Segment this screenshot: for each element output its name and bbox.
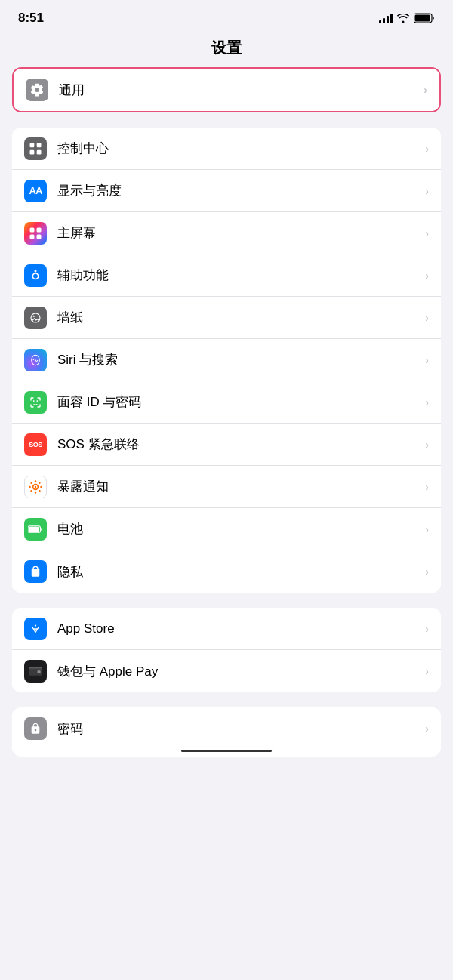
control-center-icon [24,137,47,160]
settings-row-wallpaper[interactable]: 墙纸 › [12,297,441,339]
settings-row-privacy[interactable]: 隐私 › [12,550,441,593]
settings-row-siri[interactable]: Siri 与搜索 › [12,339,441,381]
display-icon: AA [24,180,47,202]
svg-point-25 [39,490,41,492]
home-screen-icon [24,222,47,245]
siri-label: Siri 与搜索 [57,351,422,368]
appstore-label: App Store [57,621,422,636]
settings-group-main: 控制中心 › AA 显示与亮度 › 主屏幕 › 辅助功能 [12,128,441,593]
svg-rect-7 [37,227,42,232]
svg-point-20 [35,480,37,482]
svg-rect-3 [37,143,42,147]
svg-point-12 [33,315,35,316]
svg-rect-6 [30,227,35,232]
settings-row-home-screen[interactable]: 主屏幕 › [12,212,441,254]
siri-icon [24,349,47,371]
password-icon [24,717,47,740]
wallpaper-icon [24,307,47,329]
svg-point-19 [40,485,42,488]
svg-point-17 [35,485,37,488]
svg-rect-30 [29,667,42,669]
exposure-label: 暴露通知 [57,478,422,495]
exposure-icon [24,476,47,498]
settings-row-accessibility[interactable]: 辅助功能 › [12,254,441,297]
faceid-icon [24,391,47,414]
battery-icon [414,13,435,23]
settings-group-password: 密码 › [12,707,441,757]
settings-row-sos[interactable]: SOS SOS 紧急联络 › [12,424,441,466]
settings-row-display[interactable]: AA 显示与亮度 › [12,170,441,212]
wallet-label: 钱包与 Apple Pay [57,663,422,680]
settings-row-password[interactable]: 密码 › [12,707,441,750]
control-center-label: 控制中心 [57,140,422,157]
svg-point-21 [35,492,37,494]
sos-icon: SOS [24,433,47,456]
svg-rect-4 [30,149,35,154]
home-screen-label: 主屏幕 [57,224,422,242]
svg-point-22 [30,482,32,484]
privacy-icon [24,560,47,583]
status-time: 8:51 [18,11,44,26]
settings-row-control-center[interactable]: 控制中心 › [12,128,441,170]
svg-rect-5 [37,149,42,154]
battery-label: 电池 [57,520,422,538]
svg-point-18 [29,485,31,488]
accessibility-label: 辅助功能 [57,267,422,284]
svg-point-10 [35,270,37,272]
general-chevron: › [424,84,427,96]
svg-rect-2 [30,143,35,147]
svg-rect-31 [38,670,41,673]
svg-point-23 [39,482,41,484]
svg-point-11 [31,313,40,322]
svg-point-24 [30,490,32,492]
settings-row-wallet[interactable]: 钱包与 Apple Pay › [12,650,441,692]
display-label: 显示与亮度 [57,182,422,199]
wallet-icon [24,660,47,683]
settings-row-faceid[interactable]: 面容 ID 与密码 › [12,381,441,424]
svg-point-28 [35,624,36,626]
settings-row-exposure[interactable]: 暴露通知 › [12,466,441,508]
privacy-label: 隐私 [57,563,422,581]
wallpaper-label: 墙纸 [57,309,422,326]
status-bar: 8:51 [0,0,453,32]
svg-rect-32 [29,667,42,668]
svg-rect-27 [29,526,39,531]
svg-rect-9 [37,234,42,239]
settings-row-battery[interactable]: 电池 › [12,508,441,550]
settings-row-general[interactable]: 通用 › [14,69,439,111]
signal-icon [379,13,393,23]
settings-row-appstore[interactable]: App Store › [12,608,441,650]
settings-group-highlighted: 通用 › [12,67,441,112]
wifi-icon [397,14,409,23]
status-icons [379,13,435,23]
password-label: 密码 [57,720,422,738]
settings-group-store: App Store › 钱包与 Apple Pay › [12,608,441,692]
accessibility-icon [24,264,47,287]
svg-rect-1 [415,15,430,22]
general-icon [26,79,48,101]
battery-row-icon [24,518,47,541]
general-label: 通用 [59,82,421,99]
home-indicator [181,750,272,752]
svg-rect-8 [30,234,35,239]
sos-label: SOS 紧急联络 [57,436,422,453]
faceid-label: 面容 ID 与密码 [57,393,422,411]
page-title: 设置 [0,32,453,67]
appstore-icon [24,618,47,640]
